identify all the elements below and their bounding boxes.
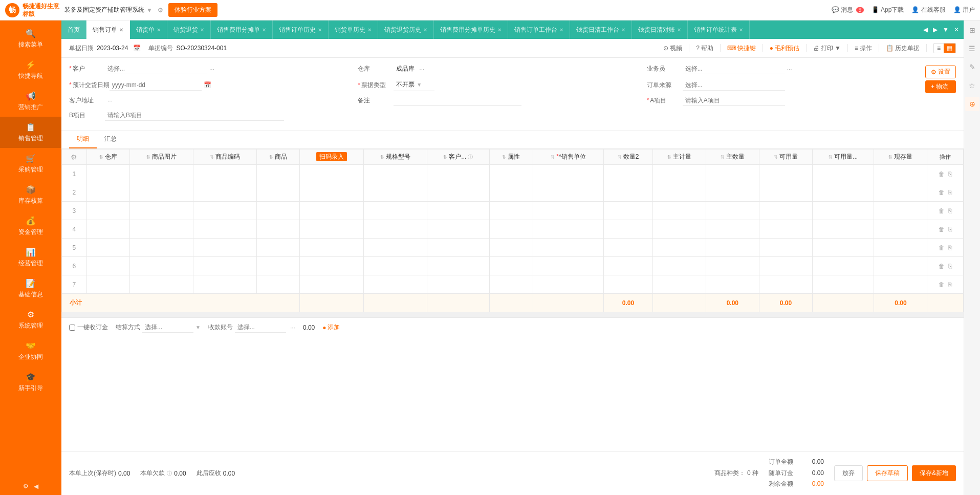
tab-close-sales-stats[interactable]: ✕ [739,27,743,33]
row-5-customer-code[interactable] [427,239,489,257]
customer-input[interactable] [105,63,207,74]
sidebar-item-finance[interactable]: 💰 资金管理 [0,210,61,242]
row-6-code[interactable] [193,257,256,275]
row-5-delete-icon[interactable]: 🗑 [939,244,945,251]
row-7-attribute[interactable] [489,275,533,294]
tab-close-fee-history[interactable]: ✕ [497,27,502,33]
tab-sales-fee-split[interactable]: 销售费用分摊单 ✕ [211,20,273,39]
sidebar-settings-icon[interactable]: ⚙ [23,483,29,490]
row-6-attribute[interactable] [489,257,533,275]
row-1-main-qty[interactable] [706,165,759,183]
row-4-customer-code[interactable] [427,220,489,239]
delivery-date-input[interactable] [110,80,202,91]
row-2-code[interactable] [193,183,256,202]
save-new-button[interactable]: 保存&新增 [912,465,956,481]
sidebar-item-system[interactable]: ⚙ 系统管理 [0,304,61,335]
row-4-attribute[interactable] [489,220,533,239]
tab-sales-return-history[interactable]: 销货单历史 ✕ [329,20,378,39]
staff-input[interactable] [683,63,785,74]
sidebar-item-search[interactable]: 🔍 搜索菜单 [0,23,61,54]
row-2-qty2[interactable] [604,183,652,202]
row-2-main-qty[interactable] [706,183,759,202]
row-3-copy-icon[interactable]: ⎘ [948,207,952,214]
row-4-delete-icon[interactable]: 🗑 [939,226,945,233]
sidebar-item-sales[interactable]: 📋 销售管理 [0,117,61,148]
settlement-input[interactable] [142,322,193,333]
tab-summary[interactable]: 汇总 [97,131,124,148]
row-3-main-qty[interactable] [706,202,759,220]
col-settings-icon[interactable]: ⚙ [71,153,77,161]
row-2-customer-code[interactable] [427,183,489,202]
remark-input[interactable] [394,95,521,106]
row-1-qty2[interactable] [604,165,652,183]
grid-view-btn[interactable]: ▦ [944,44,955,53]
one-click-checkbox[interactable] [69,325,75,331]
add-goods-button[interactable]: + 物流 [925,80,956,93]
row-4-copy-icon[interactable]: ⎘ [948,226,952,233]
industry-button[interactable]: 体验行业方案 [168,3,217,17]
row-7-delete-icon[interactable]: 🗑 [939,281,945,288]
row-7-product[interactable] [256,275,300,294]
user-avatar[interactable]: 👤 用户 [953,6,975,14]
tab-sales-order-history[interactable]: 销售订单历史 ✕ [273,20,329,39]
sidebar-item-marketing[interactable]: 📢 营销推广 [0,85,61,117]
tab-cash-daily[interactable]: 钱货日清工作台 ✕ [570,20,632,39]
row-3-warehouse[interactable] [86,202,130,220]
tab-close-workbench[interactable]: ✕ [559,27,563,33]
row-3-product[interactable] [256,202,300,220]
row-7-spec[interactable] [364,275,427,294]
row-4-code[interactable] [193,220,256,239]
row-4-product[interactable] [256,220,300,239]
add-button[interactable]: ● 添加 [322,323,339,332]
tab-detail[interactable]: 明细 [69,131,97,148]
tab-prev-arrow[interactable]: ◀ [921,25,930,34]
tab-close-return-history2[interactable]: ✕ [423,27,427,33]
row-4-qty2[interactable] [604,220,652,239]
right-icon-2[interactable]: ☰ [965,41,979,56]
row-6-delete-icon[interactable]: 🗑 [939,263,945,270]
sidebar-item-enterprise[interactable]: 🤝 企业协同 [0,335,61,367]
row-5-sales-unit[interactable] [533,239,604,257]
operations-action[interactable]: ≡ 操作 [855,44,872,53]
online-service[interactable]: 👤 在线客服 [911,6,945,14]
tab-cash-reconcile[interactable]: 钱货日清对账 ✕ [632,20,688,39]
tab-menu-arrow[interactable]: ▼ [941,25,951,34]
right-icon-5[interactable]: ⊕ [965,97,979,111]
list-view-btn[interactable]: ≡ [934,44,944,53]
tab-close-sales-order[interactable]: ✕ [119,27,123,33]
row-3-attribute[interactable] [489,202,533,220]
row-5-main-qty[interactable] [706,239,759,257]
col-settings[interactable]: ⚙ [62,149,87,165]
calendar-icon[interactable]: 📅 [133,45,141,52]
discard-button[interactable]: 放弃 [834,465,863,481]
row-5-copy-icon[interactable]: ⎘ [948,244,952,251]
delivery-calendar-icon[interactable]: 📅 [204,81,211,89]
row-7-qty2[interactable] [604,275,652,294]
view-action[interactable]: ⊙ 视频 [663,44,682,53]
row-7-sales-unit[interactable] [533,275,604,294]
shortcut-action[interactable]: ⌨ 快捷键 [727,44,756,53]
a-project-input[interactable] [683,95,785,106]
row-5-product[interactable] [256,239,300,257]
tab-close-cash-reconcile[interactable]: ✕ [677,27,681,33]
row-2-attribute[interactable] [489,183,533,202]
row-2-product[interactable] [256,183,300,202]
tab-sales-stats[interactable]: 销售订单统计表 ✕ [688,20,750,39]
tab-close-all[interactable]: ✕ [952,25,961,34]
row-1-sales-unit[interactable] [533,165,604,183]
row-1-customer-code[interactable] [427,165,489,183]
tab-close-order-history[interactable]: ✕ [318,27,322,33]
row-3-delete-icon[interactable]: 🗑 [939,207,945,214]
sidebar-collapse-icon[interactable]: ◀ [34,483,38,490]
settings-button[interactable]: ⚙ 设置 [925,66,956,78]
sidebar-item-guide[interactable]: 🎓 新手引导 [0,367,61,398]
row-6-sales-unit[interactable] [533,257,604,275]
tab-close-sales-return[interactable]: ✕ [157,27,161,33]
row-6-spec[interactable] [364,257,427,275]
tab-sales-return-history2[interactable]: 销货退货历史 ✕ [378,20,434,39]
row-3-code[interactable] [193,202,256,220]
row-1-code[interactable] [193,165,256,183]
notifications[interactable]: 💬 消息 9 [832,6,864,14]
row-5-warehouse[interactable] [86,239,130,257]
profit-preview-action[interactable]: ● 毛利预估 [770,44,799,53]
